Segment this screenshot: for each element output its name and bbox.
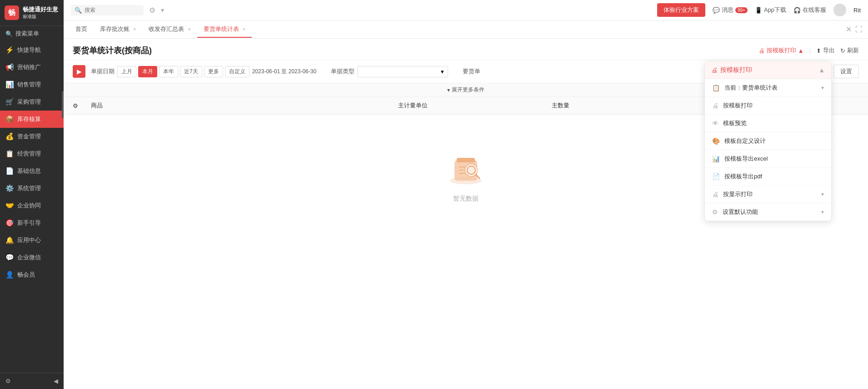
sidebar-item-member[interactable]: 👤 畅会员 [0, 266, 64, 283]
tab-close-all-btn[interactable]: ✕ [846, 25, 852, 34]
sales-icon: 📊 [5, 81, 14, 89]
message-icon: 💬 [713, 7, 720, 14]
template-export-excel-label: 按模板导出excel [724, 155, 768, 163]
filter-order-type-label: 要货单 [463, 67, 480, 76]
btn-export-label: 导出 [823, 46, 835, 55]
sidebar-scrollbar[interactable] [62, 0, 64, 389]
table-col-settings[interactable]: ⚙ [73, 102, 91, 109]
print-dropdown-item-5[interactable]: 🖨 按显示打印 ▾ [705, 186, 831, 203]
btn-print-template[interactable]: 🖨 按模板打印 ▲ [759, 46, 804, 55]
top-search-box[interactable]: 🔍 [71, 5, 144, 15]
sidebar-item-quick-nav[interactable]: ⚡ 快捷导航 [0, 41, 64, 59]
top-search-input[interactable] [85, 7, 139, 13]
filter-btn-custom[interactable]: 自定义 [225, 66, 249, 77]
tab-home[interactable]: 首页 [69, 21, 94, 38]
print-dropdown-close-icon[interactable]: ▲ [818, 66, 825, 74]
tab-receivable-summary-close[interactable]: × [188, 26, 190, 32]
btn-trial[interactable]: 体验行业方案 [657, 3, 705, 17]
sidebar-item-label: 基础信息 [17, 167, 41, 175]
filter-expand-btn[interactable]: ▶ [73, 65, 85, 78]
template-export-pdf-label: 按模板导出pdf [724, 172, 762, 181]
sidebar-item-sales[interactable]: 📊 销售管理 [0, 76, 64, 93]
sidebar-item-basic[interactable]: 📄 基础信息 [0, 162, 64, 180]
sidebar-item-wecom[interactable]: 💬 企业微信 [0, 249, 64, 266]
filter-type-select[interactable]: ▾ [357, 66, 448, 77]
print-dropdown-item-4[interactable]: 📄 按模板导出pdf [705, 168, 831, 186]
app-download-label: App下载 [764, 6, 786, 14]
tab-order-stats-close[interactable]: × [243, 26, 245, 32]
default-func-label: 设置默认功能 [723, 208, 758, 216]
online-service-icon: 🎧 [793, 7, 801, 14]
tab-maximize-btn[interactable]: ⛶ [855, 25, 863, 34]
sidebar-collapse-icon[interactable]: ◀ [54, 378, 58, 384]
tab-receivable-summary-label: 收发存汇总表 [149, 25, 184, 33]
tab-receivable-summary[interactable]: 收发存汇总表 × [142, 21, 197, 38]
template-export-pdf-icon: 📄 [712, 173, 720, 180]
tab-order-stats[interactable]: 要货单统计表 × [197, 21, 252, 38]
current-template-arrow: ▾ [821, 85, 824, 91]
btn-refresh[interactable]: ↻ 刷新 [840, 46, 859, 55]
print-dropdown-header: 🖨 按模板打印 ▲ [705, 61, 831, 79]
quick-nav-icon: ⚡ [5, 46, 14, 54]
online-service-action[interactable]: 🎧 在线客服 [793, 6, 826, 14]
wecom-icon: 💬 [5, 253, 14, 262]
filter-btn-this-month[interactable]: 本月 [138, 66, 157, 77]
btn-print-template-label: 按模板打印 [767, 46, 796, 55]
app-download-action[interactable]: 📱 App下载 [755, 6, 786, 14]
sidebar-item-label: 企业协同 [17, 202, 41, 210]
page-actions: 🖨 按模板打印 ▲ | ⬆ 导出 ↻ 刷新 🖨 [759, 46, 859, 55]
print-dropdown-item-2[interactable]: 🎨 模板自定义设计 [705, 132, 831, 150]
display-print-arrow: ▾ [821, 191, 824, 197]
btn-export[interactable]: ⬆ 导出 [816, 46, 835, 55]
sidebar-item-purchase[interactable]: 🛒 采购管理 [0, 93, 64, 111]
print-dropdown-current[interactable]: 📋 当前：要货单统计表 ▾ [705, 79, 831, 97]
tab-inventory-batch[interactable]: 库存批次账 × [94, 21, 142, 38]
sidebar-search[interactable]: 🔍 搜索菜单 [0, 26, 64, 41]
filter-btn-prev-month[interactable]: 上月 [117, 66, 136, 77]
main-content: 要货单统计表(按商品) 🖨 按模板打印 ▲ | ⬆ 导出 ↻ 刷新 [64, 39, 868, 389]
expand-more-btn[interactable]: ▾ 展开更多条件 [447, 86, 484, 94]
current-template-icon: 📋 [712, 84, 720, 91]
print-dropdown-item-6[interactable]: ⚙ 设置默认功能 ▾ [705, 203, 831, 221]
print-dropdown-item-3[interactable]: 📊 按模板导出excel [705, 150, 831, 168]
sidebar-item-label: 新手引导 [17, 219, 41, 227]
header-dropdown-icon[interactable]: ▾ [161, 6, 164, 14]
col-unit-label: 主计量单位 [398, 101, 428, 110]
online-service-label: 在线客服 [803, 6, 826, 14]
filter-btn-this-year[interactable]: 本年 [159, 66, 178, 77]
appstore-icon: 🔔 [5, 236, 14, 244]
page-title: 要货单统计表(按商品) [73, 45, 152, 56]
sidebar-item-label: 经营管理 [17, 150, 41, 158]
sidebar-settings-icon[interactable]: ⚙ [5, 378, 11, 384]
print-dropdown-item-1[interactable]: 👁 模板预览 [705, 115, 831, 132]
user-avatar[interactable] [833, 4, 846, 16]
print-dropdown-title-label: 按模板打印 [720, 66, 752, 74]
sidebar-item-operation[interactable]: 📋 经营管理 [0, 145, 64, 162]
app-title: 畅捷通好生意 [23, 5, 58, 14]
sidebar-item-inventory[interactable]: 📦 库存核算 [0, 111, 64, 128]
print-dropdown-item-0[interactable]: 🖨 按模板打印 [705, 97, 831, 115]
filter-btn-more[interactable]: 更多 [204, 66, 223, 77]
header-actions: 体验行业方案 💬 消息 99+ 📱 App下载 🎧 在线客服 Rit [657, 3, 861, 17]
tab-inventory-batch-close[interactable]: × [133, 26, 136, 32]
sidebar-item-newbie[interactable]: 🎯 新手引导 [0, 214, 64, 232]
filter-btn-7days[interactable]: 近7天 [180, 66, 202, 77]
display-print-icon: 🖨 [712, 191, 718, 198]
sidebar-item-appstore[interactable]: 🔔 应用中心 [0, 232, 64, 249]
sidebar-item-marketing[interactable]: 📢 营销推广 [0, 59, 64, 76]
print-chevron-up-icon: ▲ [798, 47, 804, 54]
user-name: Rit [853, 7, 861, 14]
sidebar-item-system[interactable]: ⚙️ 系统管理 [0, 180, 64, 197]
sidebar-item-finance[interactable]: 💰 资金管理 [0, 128, 64, 145]
sidebar-item-collab[interactable]: 🤝 企业协同 [0, 197, 64, 214]
tab-home-label: 首页 [75, 25, 87, 33]
messages-action[interactable]: 💬 消息 99+ [713, 6, 748, 14]
sidebar-item-label: 库存核算 [17, 115, 41, 123]
template-design-label: 模板自定义设计 [724, 137, 766, 145]
btn-settings[interactable]: 设置 [833, 65, 859, 78]
logo-icon: 畅 [5, 5, 19, 20]
header-settings-icon[interactable]: ⚙ [149, 6, 155, 15]
finance-icon: 💰 [5, 132, 14, 141]
sidebar-item-label: 应用中心 [17, 236, 41, 244]
table-col-qty: 主数量 [552, 101, 705, 110]
